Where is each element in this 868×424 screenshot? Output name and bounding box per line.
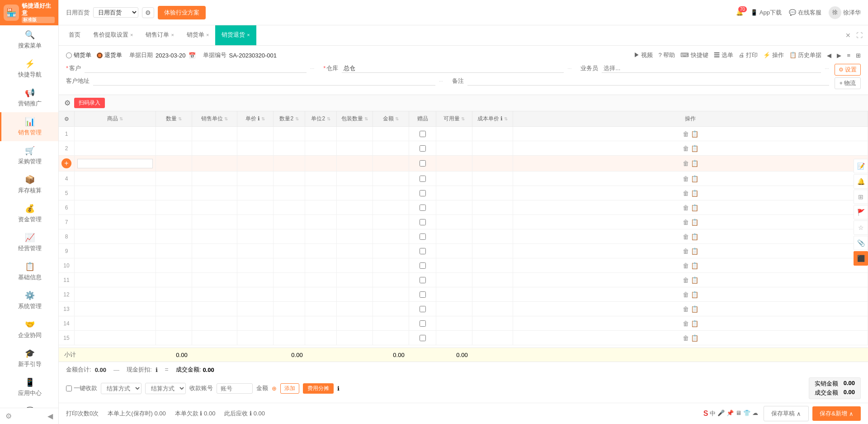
cell-qty2-11[interactable] — [274, 273, 305, 287]
cell-qty2-8[interactable] — [274, 229, 305, 244]
gift-checkbox-5[interactable] — [420, 190, 426, 196]
warehouse-dots[interactable]: ··· — [567, 66, 571, 71]
tab-close-icon[interactable]: × — [171, 32, 174, 38]
copy-row-button-15[interactable]: 📋 — [691, 334, 698, 342]
app-download-link[interactable]: 📱 App下载 — [750, 9, 782, 17]
gift-checkbox-1[interactable] — [420, 131, 426, 137]
customer-dots[interactable]: ··· — [310, 66, 314, 71]
copy-row-button-7[interactable]: 📋 — [691, 219, 698, 226]
cell-cost-unit-7[interactable] — [472, 215, 513, 229]
product-input-3[interactable] — [77, 159, 153, 168]
cell-amount-7[interactable] — [373, 215, 409, 229]
tab-close-icon[interactable]: × — [206, 32, 209, 38]
experience-button[interactable]: 体验行业方案 — [158, 6, 206, 19]
delete-row-button-4[interactable]: 🗑 — [683, 175, 689, 182]
sidebar-item-newbie[interactable]: 🎓新手引导 — [0, 344, 58, 373]
cell-sale-unit-2[interactable] — [192, 141, 237, 156]
cell-qty-6[interactable] — [156, 200, 192, 215]
cell-unit-price-14[interactable] — [237, 316, 274, 331]
sidebar-item-base-info[interactable]: 📋基础信息 — [0, 257, 58, 286]
delete-row-button-12[interactable]: 🗑 — [683, 291, 689, 298]
sidebar-item-wechat[interactable]: 💬企业微信 — [0, 402, 58, 408]
header-gear-button[interactable]: ⚙ — [142, 7, 154, 18]
cell-qty2-1[interactable] — [274, 127, 305, 141]
cell-product-7[interactable] — [75, 215, 156, 229]
cell-qty-14[interactable] — [156, 316, 192, 331]
cell-cost-unit-3[interactable] — [472, 156, 513, 172]
cell-available-14[interactable] — [436, 316, 472, 331]
cell-pack-qty-12[interactable] — [337, 287, 373, 302]
cell-available-13[interactable] — [436, 302, 472, 316]
cell-product-1[interactable] — [75, 127, 156, 141]
cell-qty2-3[interactable] — [274, 156, 305, 172]
cell-pack-qty-6[interactable] — [337, 200, 373, 215]
cell-qty2-6[interactable] — [274, 200, 305, 215]
cell-amount-14[interactable] — [373, 316, 409, 331]
cell-sale-unit-6[interactable] — [192, 200, 237, 215]
gift-checkbox-3[interactable] — [420, 160, 426, 167]
cell-qty-12[interactable] — [156, 287, 192, 302]
cell-unit-price-2[interactable] — [237, 141, 274, 156]
delete-row-button-6[interactable]: 🗑 — [683, 204, 689, 211]
cell-available-8[interactable] — [436, 229, 472, 244]
copy-row-button-2[interactable]: 📋 — [691, 145, 698, 152]
cell-qty-10[interactable] — [156, 258, 192, 273]
cell-qty-1[interactable] — [156, 127, 192, 141]
cell-product-6[interactable] — [75, 200, 156, 215]
cell-available-11[interactable] — [436, 273, 472, 287]
add-amount-icon[interactable]: ⊕ — [272, 385, 277, 392]
nav-prev-btn[interactable]: ◀ — [827, 52, 831, 59]
copy-row-button-11[interactable]: 📋 — [691, 276, 698, 284]
cell-unit2-6[interactable] — [305, 200, 337, 215]
cell-unit-price-9[interactable] — [237, 244, 274, 258]
sidebar-item-finance[interactable]: 💰资金管理 — [0, 199, 58, 228]
gift-checkbox-4[interactable] — [420, 176, 426, 182]
cell-qty2-7[interactable] — [274, 215, 305, 229]
history-btn[interactable]: 📋 历史单据 — [789, 51, 822, 59]
delete-row-button-10[interactable]: 🗑 — [683, 262, 689, 269]
cell-qty-3[interactable] — [156, 156, 192, 172]
cell-qty2-5[interactable] — [274, 186, 305, 200]
task3[interactable]: 📌 — [726, 410, 734, 418]
delete-row-button-7[interactable]: 🗑 — [683, 219, 689, 226]
cell-unit-price-12[interactable] — [237, 287, 274, 302]
task1[interactable]: 中 — [710, 410, 716, 418]
delete-row-button-9[interactable]: 🗑 — [683, 248, 689, 255]
cell-pack-qty-11[interactable] — [337, 273, 373, 287]
sidebar-item-quick-nav[interactable]: ⚡快捷导航 — [0, 54, 58, 83]
customer-input[interactable] — [85, 64, 307, 73]
cell-pack-qty-4[interactable] — [337, 172, 373, 186]
sidebar-item-marketing[interactable]: 📢营销推广 — [0, 83, 58, 112]
cell-qty-8[interactable] — [156, 229, 192, 244]
cell-unit2-2[interactable] — [305, 141, 337, 156]
sidebar-collapse-icon[interactable]: ◀ — [47, 412, 53, 420]
calendar-icon[interactable]: 📅 — [189, 52, 196, 59]
view-list-btn[interactable]: ≡ — [847, 52, 850, 59]
rsi-grid[interactable]: ⊞ — [854, 190, 868, 204]
cell-available-10[interactable] — [436, 258, 472, 273]
cell-qty-7[interactable] — [156, 215, 192, 229]
cell-sale-unit-11[interactable] — [192, 273, 237, 287]
cell-pack-qty-3[interactable] — [337, 156, 373, 172]
sidebar-item-enterprise[interactable]: 🤝企业协同 — [0, 315, 58, 344]
add-row-inline-button[interactable]: 添加 — [280, 383, 299, 394]
cost-split-button[interactable]: 费用分摊 — [303, 383, 334, 394]
cell-cost-unit-5[interactable] — [472, 186, 513, 200]
cell-cost-unit-10[interactable] — [472, 258, 513, 273]
cell-unit-price-11[interactable] — [237, 273, 274, 287]
copy-row-button-8[interactable]: 📋 — [691, 233, 698, 240]
cell-product-11[interactable] — [75, 273, 156, 287]
operation-btn[interactable]: ⚡ 操作 — [763, 51, 784, 59]
cell-amount-9[interactable] — [373, 244, 409, 258]
task6[interactable]: ☁ — [752, 410, 758, 418]
add-row-button-3[interactable]: + — [61, 158, 71, 168]
breadcrumb-select[interactable]: 日用百货 — [93, 7, 138, 18]
rsi-flag[interactable]: 🚩 — [854, 205, 868, 219]
settlement-method-select[interactable]: 结算方式 — [101, 383, 142, 394]
cell-unit-price-5[interactable] — [237, 186, 274, 200]
cell-qty2-12[interactable] — [274, 287, 305, 302]
copy-row-button-12[interactable]: 📋 — [691, 291, 698, 298]
copy-row-button-10[interactable]: 📋 — [691, 262, 698, 269]
cell-pack-qty-9[interactable] — [337, 244, 373, 258]
cell-unit2-5[interactable] — [305, 186, 337, 200]
